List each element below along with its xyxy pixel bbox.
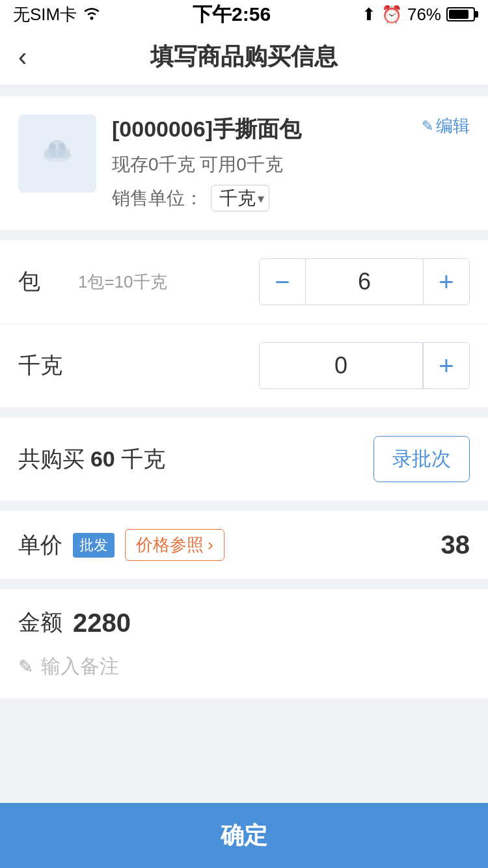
bao-label: 包 [18, 267, 70, 297]
svg-point-0 [90, 16, 94, 20]
unit-label: 销售单位： [112, 186, 203, 211]
page-title: 填写商品购买信息 [150, 41, 338, 73]
edit-button[interactable]: ✎ 编辑 [422, 115, 470, 137]
battery-icon [446, 7, 475, 21]
total-value: 60 [90, 446, 121, 471]
amount-value: 2280 [73, 608, 131, 638]
kg-plus-button[interactable]: + [423, 342, 470, 389]
status-bar: 无SIM卡 下午2:56 ⬆ ⏰ 76% [0, 0, 488, 29]
quantity-section: 包 1包=10千克 − + 千克 + [0, 240, 488, 407]
total-unit: 千克 [121, 446, 165, 471]
svg-point-5 [49, 143, 56, 150]
wifi-icon [82, 5, 102, 25]
pifa-badge: 批发 [73, 533, 115, 558]
product-card: [0000006]手撕面包 ✎ 编辑 现存0千克 可用0千克 销售单位： 千克 [0, 96, 488, 230]
edit-icon: ✎ [422, 118, 433, 135]
bao-minus-button[interactable]: − [259, 258, 306, 305]
bao-controls: − + [259, 258, 470, 305]
price-ref-arrow: › [208, 535, 213, 555]
unit-select-wrap[interactable]: 千克 [211, 185, 269, 211]
price-row: 单价 批发 价格参照 › 38 [18, 529, 470, 561]
svg-point-6 [59, 143, 65, 150]
total-text: 共购买 60 千克 [18, 444, 165, 474]
price-label-row: 单价 批发 价格参照 › [18, 529, 224, 561]
batch-button[interactable]: 录批次 [373, 436, 470, 482]
battery-percent: 76% [407, 5, 441, 25]
svg-point-4 [43, 149, 72, 162]
product-image [18, 115, 96, 193]
status-bar-right: ⬆ ⏰ 76% [362, 5, 475, 25]
alarm-icon: ⏰ [381, 5, 402, 25]
bao-hint: 1包=10千克 [78, 271, 259, 293]
bao-row: 包 1包=10千克 − + [0, 240, 488, 324]
kg-label: 千克 [18, 351, 259, 381]
amount-label: 金额 [18, 608, 62, 638]
total-label: 共购买 [18, 446, 85, 471]
status-bar-left: 无SIM卡 [13, 3, 102, 26]
amount-row: 金额 2280 [18, 608, 470, 638]
kg-controls: + [259, 342, 470, 389]
carrier-text: 无SIM卡 [13, 3, 77, 26]
back-button[interactable]: ‹ [18, 42, 27, 72]
product-name: [0000006]手撕面包 [112, 115, 422, 144]
price-ref-label: 价格参照 [136, 534, 204, 556]
bao-plus-button[interactable]: + [423, 258, 470, 305]
bao-input[interactable] [306, 258, 423, 305]
kg-row: 千克 + [0, 324, 488, 407]
stock-info: 现存0千克 可用0千克 [112, 152, 470, 177]
product-info: [0000006]手撕面包 ✎ 编辑 现存0千克 可用0千克 销售单位： 千克 [112, 115, 470, 211]
confirm-button[interactable]: 确定 [0, 803, 488, 868]
status-bar-time: 下午2:56 [193, 1, 271, 28]
unit-row: 销售单位： 千克 [112, 185, 470, 211]
price-value: 38 [441, 530, 470, 560]
remark-icon: ✎ [18, 656, 33, 677]
total-section: 共购买 60 千克 录批次 [0, 418, 488, 500]
remark-placeholder[interactable]: 输入备注 [41, 653, 119, 680]
price-ref-button[interactable]: 价格参照 › [125, 529, 224, 561]
location-icon: ⬆ [362, 5, 376, 25]
unit-select[interactable]: 千克 [211, 185, 269, 211]
amount-section: 金额 2280 ✎ 输入备注 [0, 590, 488, 698]
kg-input[interactable] [259, 342, 423, 389]
nav-bar: ‹ 填写商品购买信息 [0, 29, 488, 86]
price-label: 单价 [18, 530, 62, 560]
price-section: 单价 批发 价格参照 › 38 [0, 511, 488, 579]
remark-row[interactable]: ✎ 输入备注 [18, 653, 470, 680]
